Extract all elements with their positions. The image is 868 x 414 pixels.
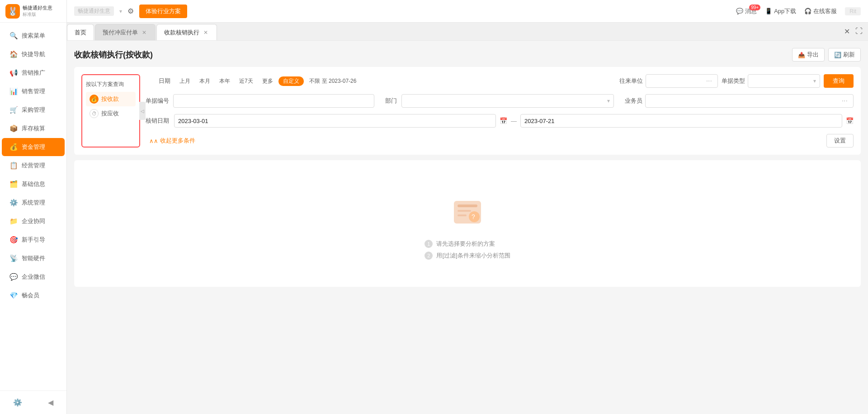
date-tab-this-year[interactable]: 本年 [216, 76, 234, 86]
sidebar-item-marketing[interactable]: 📢营销推广 [2, 64, 65, 82]
collapse-sidebar-btn[interactable]: ◀ [45, 395, 56, 409]
topbar-chevron-icon[interactable]: ▾ [119, 8, 122, 14]
empty-illustration: ? [445, 187, 490, 233]
tip-text-2: 用[过滤]条件来缩小分析范围 [436, 252, 510, 260]
tab-prepay-label: 预付冲应付单 [103, 29, 138, 37]
tab-fullscreen-btn[interactable]: ⛶ [854, 25, 864, 37]
verify-date-to-calendar-icon[interactable]: 📅 [846, 117, 854, 124]
topbar-gear-icon[interactable]: ⚙ [127, 7, 134, 15]
tip-text-1: 请先选择要分析的方案 [436, 240, 495, 248]
hardware-icon: 📡 [9, 254, 18, 263]
verify-date-to[interactable] [520, 114, 842, 128]
collapse-more-label: 收起更多条件 [160, 137, 195, 145]
main-area: 畅捷通好生意 ▾ ⚙ 体验行业方案 💬 消息 99+ 📱 App下载 🎧 在线客… [67, 0, 868, 414]
sidebar-item-purchase[interactable]: 🛒采购管理 [2, 101, 65, 119]
sidebar-label-marketing: 营销推广 [22, 69, 45, 77]
tab-prepay[interactable]: 预付冲应付单 ✕ [95, 24, 156, 40]
sidebar-item-finance[interactable]: 💰资金管理 [2, 138, 65, 156]
sidebar-label-wechat: 企业微信 [22, 273, 45, 281]
topbar-app-download[interactable]: 📱 App下载 [765, 7, 796, 15]
export-label: 导出 [807, 51, 819, 59]
tip-num-1: 1 [425, 240, 433, 248]
sidebar-item-basic-info[interactable]: 🗂️基础信息 [2, 175, 65, 193]
tab-close-all-btn[interactable]: ✕ [842, 25, 852, 38]
staff-more-icon[interactable]: ··· [840, 96, 849, 106]
sidebar-item-sales[interactable]: 📊销售管理 [2, 82, 65, 100]
topbar-service[interactable]: 🎧 在线客服 [804, 7, 837, 15]
sidebar-label-quick-nav: 快捷导航 [22, 50, 45, 58]
sidebar-item-search[interactable]: 🔍搜索菜单 [2, 27, 65, 45]
date-tab-more[interactable]: 更多 [259, 76, 277, 86]
svg-text:?: ? [472, 213, 475, 220]
date-tab-this-month[interactable]: 本月 [196, 76, 214, 86]
refresh-btn[interactable]: 🔄 刷新 [828, 48, 861, 62]
staff-select[interactable]: ··· [645, 94, 854, 108]
docno-label: 单据编号 [146, 97, 170, 105]
topbar-brand: 畅捷通好生意 [74, 6, 114, 16]
verify-date-from[interactable] [174, 114, 496, 128]
settings-bottom-icon[interactable]: ⚙️ [10, 395, 25, 409]
sidebar-label-operations: 经营管理 [22, 162, 45, 170]
by-receivable-label: 按应收 [101, 109, 119, 118]
inventory-icon: 📦 [9, 124, 18, 133]
sidebar-item-hardware[interactable]: 📡智能硬件 [2, 249, 65, 267]
department-select[interactable]: ▾ [401, 94, 614, 108]
sales-icon: 📊 [9, 87, 18, 96]
svg-rect-1 [458, 205, 477, 207]
tab-prepay-close[interactable]: ✕ [141, 29, 148, 36]
partner-select[interactable]: ··· [646, 74, 718, 88]
app-download-label: App下载 [774, 7, 796, 15]
sidebar-item-inventory[interactable]: 📦库存核算 [2, 119, 65, 138]
tab-receipts[interactable]: 收款核销执行 ✕ [156, 24, 217, 40]
empty-state: ? 1 请先选择要分析的方案 2 用[过滤]条件来缩小分析范围 [74, 160, 861, 287]
sidebar-label-inventory: 库存核算 [22, 124, 45, 133]
logo-text: 畅捷通好生意 [23, 5, 52, 11]
sidebar-item-system[interactable]: ⚙️系统管理 [2, 194, 65, 212]
filter-sidebar-collapse-btn[interactable]: ◁ [139, 102, 146, 120]
doctype-select[interactable]: ▾ [748, 74, 820, 88]
date-tab-custom[interactable]: 自定义 [278, 76, 304, 86]
date-label: 日期 [146, 77, 170, 85]
sidebar-label-sales: 销售管理 [22, 87, 45, 95]
sidebar-item-guide[interactable]: 🎯新手引导 [2, 231, 65, 249]
operations-icon: 📋 [9, 161, 18, 170]
verify-date-from-calendar-icon[interactable]: 📅 [500, 117, 507, 124]
system-icon: ⚙️ [9, 198, 18, 207]
search-icon: 🔍 [9, 31, 18, 40]
sidebar-item-wechat[interactable]: 💬企业微信 [2, 268, 65, 286]
svg-rect-3 [458, 214, 467, 216]
purchase-icon: 🛒 [9, 105, 18, 114]
wechat-icon: 💬 [9, 272, 18, 281]
settings-btn[interactable]: 设置 [826, 134, 854, 148]
collapse-more-icon: ∧∧ [149, 138, 158, 144]
tab-receipts-close[interactable]: ✕ [202, 29, 209, 36]
export-btn[interactable]: 📤 导出 [792, 48, 825, 62]
date-tab-last-month[interactable]: 上月 [176, 76, 194, 86]
tab-home[interactable]: 首页 [67, 24, 94, 40]
service-label: 在线客服 [813, 7, 837, 15]
service-icon: 🎧 [804, 8, 811, 14]
sidebar-item-vip[interactable]: 💎畅会员 [2, 286, 65, 305]
by-receipt-icon: 💰 [90, 95, 99, 104]
empty-tip-1: 1 请先选择要分析的方案 [425, 240, 510, 248]
collapse-more-btn[interactable]: ∧∧ 收起更多条件 [146, 134, 199, 148]
filter-grid: 日期 上月 本月 本年 近7天 更多 自定义 不限 至 2023-07-26 [146, 74, 854, 148]
sidebar-logo: 🐰 畅捷通好生意 标准版 [0, 0, 66, 23]
sidebar: 🐰 畅捷通好生意 标准版 🔍搜索菜单🏠快捷导航📢营销推广📊销售管理🛒采购管理📦库… [0, 0, 67, 414]
sidebar-item-enterprise[interactable]: 📁企业协同 [2, 212, 65, 230]
industry-btn[interactable]: 体验行业方案 [139, 5, 187, 18]
query-btn[interactable]: 查询 [824, 74, 854, 88]
filter-option-by-receivable[interactable]: ⏱ 按应收 [86, 106, 136, 121]
sidebar-label-vip: 畅会员 [22, 291, 39, 300]
date-tab-last-7[interactable]: 近7天 [236, 76, 257, 86]
partner-more-icon[interactable]: ··· [704, 76, 714, 86]
topbar-right: 💬 消息 99+ 📱 App下载 🎧 在线客服 Rit [736, 7, 861, 15]
topbar-message[interactable]: 💬 消息 99+ [736, 7, 757, 15]
sidebar-label-hardware: 智能硬件 [22, 254, 45, 262]
docno-input[interactable] [173, 94, 374, 108]
sidebar-item-quick-nav[interactable]: 🏠快捷导航 [2, 45, 65, 63]
filter-option-by-receipt[interactable]: 💰 按收款 [86, 92, 136, 106]
sidebar-item-operations[interactable]: 📋经营管理 [2, 157, 65, 175]
topbar-user[interactable]: Rit [845, 7, 861, 15]
quick-nav-icon: 🏠 [9, 50, 18, 59]
